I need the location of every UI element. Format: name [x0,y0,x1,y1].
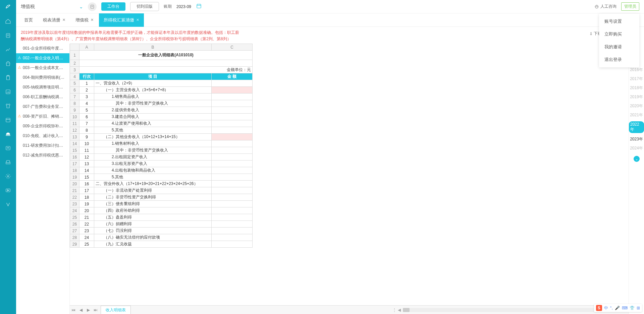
project-cell[interactable]: （四）政府补助利得 [94,207,212,214]
form-list-item[interactable]: 010-免税、减计收入及加计… [16,131,69,141]
line-no[interactable]: 10 [79,140,94,147]
amount-cell[interactable] [212,234,253,241]
page-tab[interactable]: 首页 [19,13,38,27]
spreadsheet-viewport[interactable]: ABC 1一般企业收入明细表(A101010)23金额单位：元4行次项 目金 额… [70,44,629,305]
project-cell[interactable]: 4.出租包装物和商品收入 [94,167,212,174]
row-number[interactable]: 21 [70,187,79,194]
form-list-item[interactable]: 009-企业所得税弥补亏损明… [16,121,69,131]
nav-home-icon[interactable] [4,17,12,25]
project-cell[interactable]: 1.销售商品收入 [94,93,212,100]
amount-cell[interactable] [212,114,253,120]
row-number[interactable]: 3 [70,67,79,73]
project-cell[interactable]: （七）罚没利得 [94,228,212,234]
row-number[interactable]: 16 [70,154,79,161]
col-header[interactable] [70,44,79,51]
nav-video-icon[interactable] [4,186,12,194]
project-cell[interactable]: 3.出租无形资产收入 [94,161,212,167]
project-cell[interactable]: 一、营业收入（2+9） [94,80,212,87]
line-no[interactable]: 8 [79,127,94,134]
admin-button[interactable]: 管理员 [621,2,639,11]
line-no[interactable]: 14 [79,167,94,174]
row-number[interactable]: 28 [70,234,79,241]
nav-shirt-icon[interactable] [4,102,12,110]
ime-mic-icon[interactable]: 🎤 [615,306,620,310]
row-number[interactable]: 13 [70,134,79,140]
row-number[interactable]: 10 [70,114,79,120]
line-no[interactable]: 6 [79,114,94,120]
row-number[interactable]: 15 [70,147,79,154]
row-number[interactable]: 29 [70,241,79,248]
year-item[interactable]: 2019年 [630,94,643,100]
amount-cell[interactable] [212,228,253,234]
line-no[interactable]: 18 [79,194,94,201]
line-no[interactable]: 9 [79,134,94,140]
calendar-icon[interactable] [196,3,202,10]
project-cell[interactable]: （五）盘盈利得 [94,214,212,221]
row-number[interactable]: 1 [70,51,79,60]
tab-close-icon[interactable]: ✕ [62,18,65,22]
amount-cell[interactable] [212,120,253,127]
line-no[interactable]: 17 [79,187,94,194]
amount-cell[interactable] [212,174,253,181]
year-item[interactable]: 2021年 [630,112,643,118]
form-list-item[interactable]: ⚠003-一般企业成本支出明细… [16,63,69,73]
project-cell[interactable]: （九）汇兑收益 [94,241,212,248]
form-list-item[interactable]: 007-广告费和业务宣传费跨… [16,102,69,112]
page-tab[interactable]: 增值税✕ [71,13,98,27]
line-no[interactable]: 5 [79,107,94,114]
line-no[interactable]: 1 [79,80,94,87]
row-number[interactable]: 5 [70,80,79,87]
amount-cell[interactable] [212,107,253,114]
user-menu-item[interactable]: 我的邀请 [599,41,639,53]
row-number[interactable]: 2 [70,60,79,67]
project-cell[interactable]: 2.提供劳务收入 [94,107,212,114]
sheet-nav-last-icon[interactable]: ⏭ [92,308,99,312]
row-number[interactable]: 7 [70,93,79,100]
project-cell[interactable]: （六）捐赠利得 [94,221,212,228]
amount-cell[interactable] [212,147,253,154]
amount-cell[interactable] [212,100,253,107]
line-no[interactable]: 13 [79,161,94,167]
year-item[interactable]: 2020年 [630,103,643,109]
hdr-row[interactable]: 行次 [79,73,94,80]
hscroll-thumb[interactable] [403,308,410,312]
row-number[interactable]: 6 [70,87,79,93]
line-no[interactable]: 24 [79,234,94,241]
row-number[interactable]: 20 [70,181,79,187]
hdr-project[interactable]: 项 目 [94,73,212,80]
amount-cell[interactable] [212,221,253,228]
ime-lang[interactable]: 中 [604,305,608,311]
row-number[interactable]: 9 [70,107,79,114]
workbench-button[interactable]: 工作台 [101,2,125,11]
row-number[interactable]: 25 [70,214,79,221]
project-cell[interactable]: 5.其他 [94,127,212,134]
project-cell[interactable]: （三）债务重组利得 [94,201,212,207]
row-number[interactable]: 17 [70,161,79,167]
form-list-item[interactable]: 011-研发费用加计扣除优惠… [16,141,69,150]
project-cell[interactable]: 3.建造合同收入 [94,114,212,120]
line-no[interactable]: 23 [79,228,94,234]
amount-cell[interactable] [212,214,253,221]
amount-cell[interactable] [212,140,253,147]
project-cell[interactable]: 其中：非货币性资产交换收入 [94,147,212,154]
amount-cell[interactable] [212,87,253,93]
form-list-item[interactable]: 005-纳税调整项目明细表(A1… [16,82,69,92]
line-no[interactable]: 15 [79,174,94,181]
nav-v-icon[interactable] [4,200,12,208]
form-list-item[interactable]: ⚠002-一般企业收入明细表(A1… [16,53,69,63]
amount-cell[interactable] [212,167,253,174]
tab-close-icon[interactable]: ✕ [91,18,94,22]
ime-grid-icon[interactable]: ⊞ [637,306,640,310]
amount-cell[interactable] [212,181,253,187]
ime-skin-icon[interactable]: 👕 [630,306,635,310]
col-header[interactable]: A [79,44,94,51]
year-item[interactable]: 2018年 [630,85,643,91]
user-menu-item[interactable]: 账号设置 [599,15,639,28]
form-list-item[interactable]: 006-职工薪酬纳税调整明细… [16,92,69,102]
nav-bag-icon[interactable] [4,60,12,68]
col-header[interactable]: B [94,44,212,51]
row-number[interactable]: 11 [70,120,79,127]
amount-cell[interactable] [212,194,253,201]
form-list-item[interactable]: ⚠008-资产折旧、摊销及纳税… [16,112,69,121]
line-no[interactable]: 25 [79,241,94,248]
